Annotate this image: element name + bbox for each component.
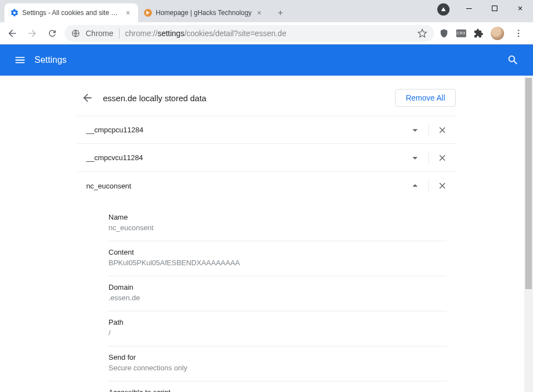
- detail-value: /: [108, 329, 447, 337]
- cookie-name: nc_euconsent: [86, 182, 402, 190]
- ghacks-favicon-icon: [144, 8, 152, 17]
- url-origin-label: Chrome: [86, 29, 113, 38]
- nav-back-button[interactable]: [4, 26, 20, 41]
- close-icon[interactable]: [255, 8, 264, 17]
- page-title: essen.de locally stored data: [103, 93, 206, 103]
- cookie-row[interactable]: nc_euconsent: [77, 172, 456, 200]
- detail-field: Name nc_euconsent: [108, 206, 447, 241]
- tab-settings-cookies[interactable]: Settings - All cookies and site data: [4, 3, 138, 22]
- cookie-name: __cmpcpcu11284: [86, 126, 402, 134]
- delete-cookie-button[interactable]: [429, 145, 456, 171]
- cookie-detail-panel: Name nc_euconsent Content BPKul05PKul05A…: [77, 200, 456, 392]
- scrollbar-thumb[interactable]: [525, 78, 532, 289]
- cookie-row[interactable]: __cmpcvcu11284: [77, 144, 456, 172]
- expand-cookie-button[interactable]: [402, 145, 428, 171]
- collapse-cookie-button[interactable]: [402, 172, 428, 199]
- extensions-area: CRX: [438, 26, 529, 41]
- close-button[interactable]: [507, 0, 533, 17]
- profile-avatar[interactable]: [491, 27, 504, 40]
- browser-titlebar: Settings - All cookies and site data Hom…: [0, 0, 533, 22]
- maximize-button[interactable]: [482, 0, 507, 17]
- browser-toolbar: Chrome chrome://settings/cookies/detail?…: [0, 22, 533, 44]
- nav-forward-button[interactable]: [24, 26, 40, 41]
- detail-value: Secure connections only: [108, 364, 447, 372]
- reload-button[interactable]: [45, 26, 60, 41]
- scrollbar-track[interactable]: [524, 76, 533, 392]
- detail-field: Content BPKul05PKul05AfESBENDXAAAAAAAA: [108, 241, 447, 276]
- minimize-button[interactable]: [456, 0, 482, 17]
- svg-rect-2: [492, 6, 497, 11]
- settings-header: Settings: [0, 44, 533, 76]
- detail-label: Accessible to script: [108, 388, 447, 392]
- tab-ghacks[interactable]: Homepage | gHacks Technology: [138, 3, 269, 22]
- omnibox-separator: [119, 28, 120, 38]
- remove-all-button[interactable]: Remove All: [395, 89, 456, 107]
- svg-point-4: [518, 29, 520, 31]
- detail-field: Accessible to script: [108, 381, 447, 392]
- detail-label: Domain: [108, 283, 447, 291]
- detail-label: Path: [108, 318, 447, 326]
- detail-field: Domain .essen.de: [108, 276, 447, 311]
- cookie-list: __cmpcpcu11284 __cmpcvcu11284: [77, 116, 456, 392]
- delete-cookie-button[interactable]: [429, 117, 456, 143]
- svg-point-6: [518, 35, 520, 37]
- back-arrow-button[interactable]: [77, 88, 97, 108]
- detail-field: Path /: [108, 311, 447, 346]
- delete-cookie-button[interactable]: [429, 172, 456, 199]
- page-header: essen.de locally stored data Remove All: [77, 80, 456, 116]
- detail-label: Content: [108, 248, 447, 256]
- detail-value: BPKul05PKul05AfESBENDXAAAAAAAA: [108, 259, 447, 267]
- site-info-icon[interactable]: [71, 29, 80, 38]
- window-controls: [456, 0, 533, 17]
- ublock-icon[interactable]: [438, 28, 450, 39]
- crx-extension-icon[interactable]: CRX: [456, 29, 466, 37]
- detail-field: Send for Secure connections only: [108, 346, 447, 381]
- cookie-name: __cmpcvcu11284: [86, 153, 402, 162]
- detail-label: Send for: [108, 353, 447, 361]
- cookie-row[interactable]: __cmpcpcu11284: [77, 116, 456, 144]
- expand-cookie-button[interactable]: [402, 117, 428, 143]
- settings-gear-icon: [10, 8, 19, 17]
- tab-title: Settings - All cookies and site data: [22, 9, 120, 17]
- address-bar[interactable]: Chrome chrome://settings/cookies/detail?…: [65, 25, 434, 42]
- close-icon[interactable]: [124, 8, 132, 17]
- detail-value: .essen.de: [108, 294, 447, 302]
- url-text: chrome://settings/cookies/detail?site=es…: [125, 29, 287, 38]
- menu-hamburger-icon[interactable]: [9, 49, 31, 71]
- svg-rect-1: [466, 8, 472, 9]
- extensions-puzzle-icon[interactable]: [473, 28, 484, 39]
- profile-badge-icon[interactable]: [437, 3, 450, 16]
- detail-value: nc_euconsent: [108, 224, 447, 232]
- svg-point-5: [518, 32, 520, 34]
- tab-title: Homepage | gHacks Technology: [156, 9, 251, 17]
- detail-label: Name: [108, 213, 447, 221]
- content-scroll-area[interactable]: essen.de locally stored data Remove All …: [0, 76, 533, 392]
- browser-menu-icon[interactable]: [511, 26, 526, 41]
- search-icon[interactable]: [502, 49, 524, 71]
- bookmark-star-icon[interactable]: [417, 28, 427, 38]
- settings-title: Settings: [34, 55, 67, 65]
- new-tab-button[interactable]: [273, 5, 288, 21]
